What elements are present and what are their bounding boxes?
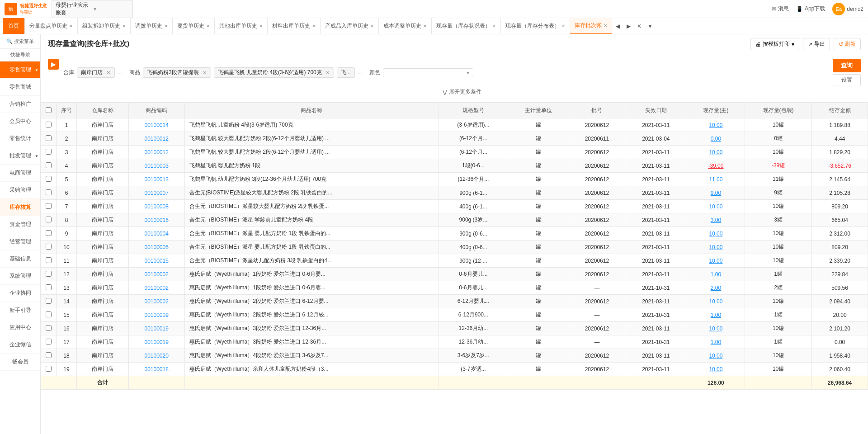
row-checkbox[interactable] [41, 159, 57, 173]
tab-5-close[interactable]: ✕ [259, 24, 263, 28]
row-checkbox[interactable] [41, 322, 57, 335]
row-checkbox[interactable] [41, 363, 57, 376]
row-select-checkbox[interactable] [46, 284, 52, 290]
row-checkbox[interactable] [41, 227, 57, 241]
row-qty[interactable]: 1.00 [687, 335, 745, 349]
print-button[interactable]: 🖨 按模板打印 ▾ [750, 38, 799, 50]
row-qty[interactable]: 1.00 [687, 268, 745, 281]
tab-4-close[interactable]: ✕ [206, 24, 210, 28]
user-area[interactable]: Ea demo2 [832, 3, 863, 15]
tab-1-close[interactable]: ✕ [69, 24, 73, 28]
row-qty[interactable]: 10.00 [687, 254, 745, 268]
product-tag-more[interactable]: 飞... [337, 67, 355, 78]
row-select-checkbox[interactable] [46, 203, 52, 209]
tab-6[interactable]: 材料出库单历史 ✕ [268, 18, 321, 34]
sidebar-quick-nav[interactable]: 快捷导航 [0, 49, 40, 61]
row-select-checkbox[interactable] [46, 122, 52, 127]
row-qty[interactable]: 11.00 [687, 173, 745, 186]
tab-8[interactable]: 成本调整单历史 ✕ [379, 18, 432, 34]
message-button[interactable]: ✉ 消息 [772, 5, 789, 13]
row-qty[interactable]: 10.00 [687, 295, 745, 308]
row-select-checkbox[interactable] [46, 257, 52, 263]
row-qty[interactable]: 1.00 [687, 308, 745, 322]
th-checkbox[interactable] [41, 103, 57, 118]
tab-10-close[interactable]: ✕ [561, 24, 565, 28]
sidebar-item-wechat[interactable]: 企业微信 [0, 336, 40, 354]
row-checkbox[interactable] [41, 173, 57, 186]
row-checkbox[interactable] [41, 281, 57, 295]
sidebar-item-purchase[interactable]: 采购管理 [0, 182, 40, 199]
row-checkbox[interactable] [41, 146, 57, 159]
tab-1[interactable]: 分量盘点单历史 ✕ [25, 18, 78, 34]
row-checkbox[interactable] [41, 349, 57, 363]
sidebar-item-operations[interactable]: 经营管理 [0, 233, 40, 250]
row-select-checkbox[interactable] [46, 176, 52, 182]
row-select-checkbox[interactable] [46, 366, 52, 372]
row-checkbox[interactable] [41, 186, 57, 200]
tab-nav-left[interactable]: ◀ [612, 18, 623, 34]
setting-button[interactable]: 设置 [833, 74, 861, 86]
tab-home[interactable]: 首页 [3, 18, 25, 34]
row-qty[interactable]: 0.00 [687, 132, 745, 146]
row-checkbox[interactable] [41, 335, 57, 349]
sidebar-item-members[interactable]: 会员中心 [0, 113, 40, 130]
tab-8-close[interactable]: ✕ [423, 24, 427, 28]
row-qty[interactable]: 3.00 [687, 213, 745, 227]
row-select-checkbox[interactable] [46, 244, 52, 250]
row-qty[interactable]: 9.00 [687, 186, 745, 200]
search-button[interactable]: 查询 [833, 59, 861, 72]
row-checkbox[interactable] [41, 213, 57, 227]
row-checkbox[interactable] [41, 118, 57, 132]
sidebar-item-basic-info[interactable]: 基础信息 [0, 250, 40, 268]
tab-3-close[interactable]: ✕ [164, 24, 168, 28]
sidebar-item-marketing[interactable]: 营销推广 [0, 96, 40, 113]
color-input[interactable]: ▾ [383, 68, 473, 77]
sidebar-item-wholesale[interactable]: 批发管理 ▼ [0, 147, 40, 165]
tab-5[interactable]: 其他出库单历史 ✕ [215, 18, 268, 34]
row-select-checkbox[interactable] [46, 189, 52, 195]
row-checkbox[interactable] [41, 254, 57, 268]
tab-9-close[interactable]: ✕ [492, 24, 496, 28]
row-checkbox[interactable] [41, 295, 57, 308]
tab-9[interactable]: 现存量（库存状况表） ✕ [432, 18, 501, 34]
row-qty[interactable]: 10.00 [687, 322, 745, 335]
row-select-checkbox[interactable] [46, 311, 52, 317]
warehouse-tag-remove[interactable]: ✕ [106, 70, 111, 76]
tab-close-current[interactable]: ✕ [634, 18, 645, 34]
refresh-button[interactable]: ↺ 刷新 [834, 38, 861, 50]
row-checkbox[interactable] [41, 308, 57, 322]
sidebar-item-inventory[interactable]: 库存核算 [0, 199, 40, 216]
warehouse-more-dots[interactable]: ··· [118, 70, 122, 76]
sidebar-item-enterprise[interactable]: 企业协同 [0, 285, 40, 302]
row-select-checkbox[interactable] [46, 271, 52, 277]
row-select-checkbox[interactable] [46, 217, 52, 222]
row-select-checkbox[interactable] [46, 325, 52, 331]
sidebar-item-retail-mgmt[interactable]: 零售管理 ▼ [0, 61, 40, 79]
row-qty[interactable]: -39.00 [687, 159, 745, 173]
row-select-checkbox[interactable] [46, 298, 52, 304]
sidebar-item-newbie[interactable]: 新手引导 [0, 302, 40, 319]
tab-6-close[interactable]: ✕ [312, 24, 316, 28]
product-tag-2[interactable]: 飞鹤星飞帆 儿童奶粉 4段(3-6岁适用) 700克 ✕ [214, 67, 334, 78]
sidebar-item-finance[interactable]: 资金管理 [0, 216, 40, 233]
app-download-button[interactable]: 📱 App下载 [796, 5, 825, 13]
product-tag-2-remove[interactable]: ✕ [326, 70, 330, 76]
row-select-checkbox[interactable] [46, 352, 52, 358]
tab-3[interactable]: 调拨单历史 ✕ [131, 18, 173, 34]
row-qty[interactable]: 10.00 [687, 241, 745, 254]
row-checkbox[interactable] [41, 241, 57, 254]
row-select-checkbox[interactable] [46, 230, 52, 236]
tab-4[interactable]: 要货单历史 ✕ [173, 18, 215, 34]
row-qty[interactable]: 10.00 [687, 227, 745, 241]
filter-expand-btn[interactable]: ▶ [48, 59, 59, 70]
warehouse-tag[interactable]: 南岸门店 ✕ [77, 67, 115, 78]
tab-nav-right[interactable]: ▶ [623, 18, 634, 34]
export-button[interactable]: ↗ 导出 [803, 38, 830, 50]
sidebar-item-app-center[interactable]: 应用中心 [0, 319, 40, 336]
tab-7-close[interactable]: ✕ [370, 24, 374, 28]
row-checkbox[interactable] [41, 268, 57, 281]
row-qty[interactable]: 10.00 [687, 146, 745, 159]
row-qty[interactable]: 10.00 [687, 118, 745, 132]
tab-11[interactable]: 库存批次账 ✕ [570, 18, 612, 34]
tab-11-close[interactable]: ✕ [604, 23, 607, 28]
